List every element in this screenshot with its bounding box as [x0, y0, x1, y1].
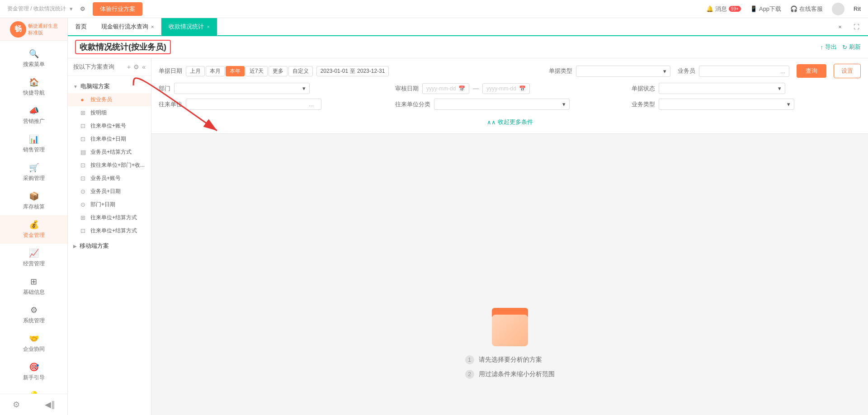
- sidebar-item-hardware[interactable]: 💡 智能硬件: [0, 386, 67, 394]
- settings-button[interactable]: 设置: [834, 64, 861, 78]
- dropdown-icon[interactable]: ▾: [70, 5, 73, 12]
- tab-home[interactable]: 首页: [68, 18, 94, 36]
- partner-dept-icon: ⊡: [80, 162, 88, 169]
- messages-btn[interactable]: 🔔 消息 99+: [706, 5, 741, 13]
- tree-item-partner-dept[interactable]: ⊡ 按往来单位+部门+收...: [68, 159, 151, 172]
- window-maximize-btn[interactable]: ⛶: [850, 20, 863, 33]
- tab-bank-flow[interactable]: 现金银行流水查询 ×: [94, 18, 161, 36]
- export-label: 导出: [825, 43, 837, 51]
- tree-item-by-salesman[interactable]: ● 按业务员: [68, 93, 151, 106]
- refresh-icon: ↻: [842, 44, 847, 51]
- tree-item-partner-account[interactable]: ⊡ 往来单位+账号: [68, 119, 151, 132]
- tree-item-by-detail[interactable]: ⊞ 按明细: [68, 106, 151, 119]
- settings-footer-btn[interactable]: ⚙: [13, 400, 20, 410]
- calendar-to-icon: 📅: [519, 85, 526, 92]
- date-custom-btn[interactable]: 自定义: [288, 66, 313, 76]
- partner-category-select[interactable]: ▾: [434, 99, 570, 110]
- dept-label: 部门: [159, 85, 170, 93]
- sidebar-item-purchase[interactable]: 🛒 采购管理: [0, 158, 67, 187]
- tree-expand-icon: ▼: [73, 84, 78, 89]
- salesman-field: 业务员 ...: [678, 66, 789, 77]
- main-layout: 畅 畅捷通好生意标准版 🔍 搜索菜单 🏠 快捷导航 📣 营销推广 📊 销售管理 …: [0, 18, 868, 415]
- biz-type-label: 业务类型: [632, 100, 655, 108]
- partner-select[interactable]: ...: [186, 99, 321, 110]
- refresh-button[interactable]: ↻ 刷新: [842, 43, 861, 51]
- collapse-conditions-btn[interactable]: ∧∧ 收起更多条件: [159, 114, 861, 128]
- tree-item-salesman-settle[interactable]: ▤ 业务员+结算方式: [68, 146, 151, 159]
- avatar[interactable]: [832, 3, 844, 15]
- sidebar-item-basic-info[interactable]: ⊞ 基础信息: [0, 272, 67, 301]
- tree-item-dept-date[interactable]: ⊙ 部门+日期: [68, 198, 151, 211]
- doc-status-select[interactable]: ▾: [659, 83, 785, 94]
- date-more-btn[interactable]: 更多: [269, 66, 288, 76]
- salesman-select[interactable]: ...: [699, 66, 789, 77]
- collapse-sidebar-btn[interactable]: ◀‖: [45, 400, 55, 410]
- tree-group-mobile: ▶ 移动端方案: [68, 239, 151, 253]
- tree-item-partner-date[interactable]: ⊡ 往来单位+日期: [68, 132, 151, 146]
- partner-more-icon[interactable]: ...: [309, 101, 314, 108]
- collapse-panel-btn[interactable]: «: [142, 63, 146, 71]
- review-date-from-input[interactable]: yyyy-mm-dd 📅: [422, 83, 469, 94]
- query-button[interactable]: 查询: [797, 64, 826, 78]
- sidebar-item-finance[interactable]: 💰 资金管理: [0, 215, 67, 244]
- step-1-text: 请先选择要分析的方案: [479, 356, 542, 364]
- review-date-from-value: yyyy-mm-dd: [426, 85, 456, 92]
- sidebar-nav: 🔍 搜索菜单 🏠 快捷导航 📣 营销推广 📊 销售管理 🛒 采购管理 📦: [0, 41, 67, 394]
- sidebar-item-guide[interactable]: 🎯 新手引导: [0, 358, 67, 386]
- sidebar-item-system[interactable]: ⚙ 系统管理: [0, 301, 67, 329]
- date-prev-month-btn[interactable]: 上月: [186, 66, 205, 76]
- sidebar-item-nav[interactable]: 🏠 快捷导航: [0, 73, 67, 101]
- page-actions: ↑ 导出 ↻ 刷新: [821, 43, 861, 51]
- tree-group-mobile-header[interactable]: ▶ 移动端方案: [68, 239, 151, 253]
- hardware-icon: 💡: [29, 391, 39, 394]
- collapse-up-icon: ∧∧: [487, 119, 496, 126]
- search-row-2: 部门 ▾ 审核日期 yyyy-mm-dd 📅: [159, 83, 861, 94]
- tree-item-label: 往来单位+结算方式: [90, 214, 137, 222]
- scheme-settings-btn[interactable]: ⚙: [133, 63, 139, 71]
- sidebar-item-enterprise[interactable]: 🤝 企业协同: [0, 329, 67, 358]
- export-button[interactable]: ↑ 导出: [821, 43, 837, 51]
- window-close-btn[interactable]: ×: [834, 20, 846, 33]
- doc-status-label: 单据状态: [632, 85, 655, 93]
- settings-icon[interactable]: ⚙: [76, 3, 89, 15]
- sidebar-item-sales[interactable]: 📊 销售管理: [0, 130, 67, 158]
- sidebar-item-search[interactable]: 🔍 搜索菜单: [0, 44, 67, 73]
- date-recent7-btn[interactable]: 近7天: [245, 66, 268, 76]
- user-name: Rit: [854, 5, 861, 12]
- review-date-to-input[interactable]: yyyy-mm-dd 📅: [482, 83, 529, 94]
- online-service-btn[interactable]: 🎧 在线客服: [790, 5, 823, 13]
- date-this-year-btn[interactable]: 本年: [226, 66, 245, 76]
- add-scheme-btn[interactable]: +: [127, 63, 131, 71]
- date-range-display[interactable]: 2023-01-01 至 2023-12-31: [316, 66, 389, 76]
- tree-item-partner-settle2[interactable]: ⊡ 往来单位+结算方式: [68, 224, 151, 237]
- date-this-month-btn[interactable]: 本月: [206, 66, 225, 76]
- trial-button[interactable]: 体验行业方案: [93, 2, 142, 16]
- tree-item-partner-settle1[interactable]: ⊞ 往来单位+结算方式: [68, 211, 151, 224]
- tree-group-desktop-header[interactable]: ▼ 电脑端方案: [68, 80, 151, 93]
- logo: 畅 畅捷通好生意标准版: [0, 18, 67, 41]
- dept-select[interactable]: ▾: [174, 83, 310, 94]
- doc-type-select[interactable]: ▾: [576, 66, 670, 77]
- step-2-text: 用过滤条件来缩小分析范围: [479, 370, 555, 378]
- tab-receipt-stats-close[interactable]: ×: [207, 24, 209, 29]
- salesman-more-icon[interactable]: ...: [780, 68, 785, 75]
- tab-bank-flow-close[interactable]: ×: [151, 24, 154, 29]
- page-title-wrapper: 收款情况统计(按业务员): [75, 40, 171, 54]
- sidebar-item-inventory[interactable]: 📦 库存核算: [0, 187, 67, 215]
- dept-date-icon: ⊙: [80, 201, 88, 208]
- mobile-icon: 📱: [750, 5, 757, 12]
- dept-dropdown-icon: ▾: [302, 85, 306, 92]
- online-service-label: 在线客服: [799, 5, 823, 13]
- biz-type-select[interactable]: ▾: [659, 99, 794, 110]
- sidebar-item-marketing[interactable]: 📣 营销推广: [0, 101, 67, 130]
- partner-date-icon: ⊡: [80, 136, 88, 142]
- calendar-from-icon: 📅: [458, 85, 465, 92]
- app-download-btn[interactable]: 📱 App下载: [750, 5, 781, 13]
- top-header: 资金管理 / 收款情况统计 ▾ ⚙ 体验行业方案 🔔 消息 99+ 📱 App下…: [0, 0, 868, 18]
- tree-item-salesman-account[interactable]: ⊡ 业务员+账号: [68, 172, 151, 185]
- tree-item-salesman-date[interactable]: ⊙ 业务员+日期: [68, 185, 151, 198]
- sidebar-item-operations[interactable]: 📈 经营管理: [0, 244, 67, 272]
- tree-item-label: 业务员+账号: [90, 174, 121, 182]
- tab-receipt-stats[interactable]: 收款情况统计 ×: [161, 18, 217, 36]
- tree-group-desktop-label: 电脑端方案: [80, 82, 110, 90]
